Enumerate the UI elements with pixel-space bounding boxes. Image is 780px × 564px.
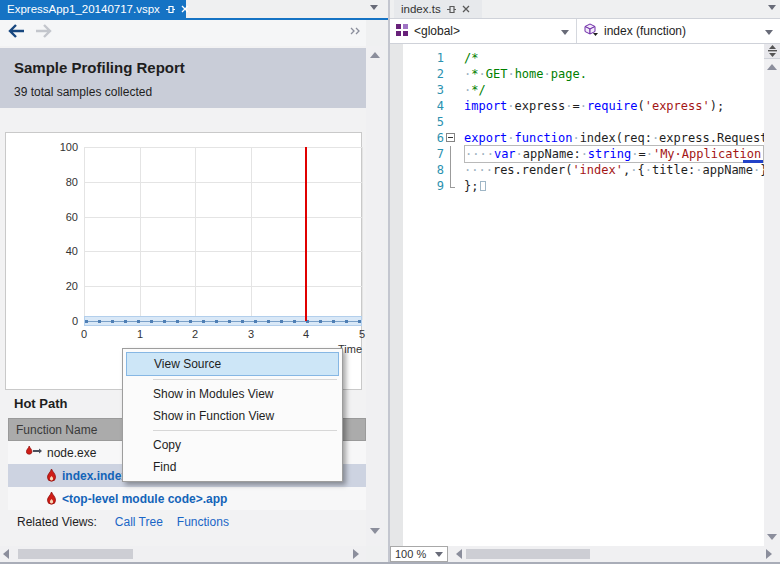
editor-vertical-scrollbar[interactable] xyxy=(764,44,780,546)
report-toolbar xyxy=(0,20,366,46)
menu-item-find[interactable]: Find xyxy=(126,456,339,478)
gridline xyxy=(84,251,362,252)
selected-series-band[interactable] xyxy=(84,316,362,326)
toolbar-overflow-icon[interactable] xyxy=(350,24,360,38)
code-token-ws: · xyxy=(507,67,514,81)
menu-item-copy[interactable]: Copy xyxy=(126,434,339,456)
code-line-7[interactable]: 7····var·appName:·string·=·'My·Applicati… xyxy=(390,146,764,162)
editor-horizontal-scrollbar[interactable] xyxy=(448,546,780,562)
scroll-right-icon[interactable] xyxy=(766,549,772,559)
code-editor[interactable]: 1/*2·*·GET·home·page.3·*/4import·express… xyxy=(390,44,764,546)
y-tick-label: 20 xyxy=(44,280,78,292)
code-line-1[interactable]: 1/* xyxy=(390,50,764,66)
code-line-8[interactable]: 8····res.render('index',·{·title:·appNam… xyxy=(390,162,764,178)
scroll-down-icon[interactable] xyxy=(370,528,380,534)
member-dropdown[interactable]: index (function) xyxy=(577,19,780,43)
code-token-id: index xyxy=(580,131,616,145)
flame-caller-icon xyxy=(26,446,42,459)
code-token-id: express.Request, xyxy=(659,131,764,145)
hscroll-thumb[interactable] xyxy=(466,549,590,559)
menu-item-show-in-function-view[interactable]: Show in Function View xyxy=(126,405,339,427)
tab-list-caret-icon[interactable] xyxy=(768,5,776,10)
left-tabstrip: ExpressApp1_20140717.vspx xyxy=(0,0,388,18)
back-icon[interactable] xyxy=(8,24,26,41)
gridline xyxy=(195,147,196,320)
code-token-ws: · xyxy=(581,147,588,161)
fold-box-icon[interactable] xyxy=(444,130,464,146)
code-token-id: res.render( xyxy=(493,163,572,177)
code-token-com: GET xyxy=(486,67,508,81)
code-token-id: express xyxy=(515,99,566,113)
code-token-com: page. xyxy=(551,67,587,81)
menu-separator xyxy=(153,379,337,380)
code-token-ws: ···· xyxy=(464,163,493,177)
splitter-grip-icon[interactable] xyxy=(764,44,780,59)
scroll-left-icon[interactable] xyxy=(456,549,462,559)
eof-marker xyxy=(480,181,486,191)
link-call-tree[interactable]: Call Tree xyxy=(115,515,163,529)
scope-dropdown[interactable]: <global> xyxy=(390,19,577,43)
dropdown-caret-icon xyxy=(765,30,773,35)
code-token-ws: · xyxy=(572,131,579,145)
code-token-ws: · xyxy=(507,99,514,113)
code-token-id: appName: xyxy=(523,147,581,161)
profiler-pane: ExpressApp1_20140717.vspx Sample Profili… xyxy=(0,0,388,562)
menu-item-show-in-modules-view[interactable]: Show in Modules View xyxy=(126,383,339,405)
menu-item-view-source[interactable]: View Source xyxy=(126,352,339,376)
gridline xyxy=(84,286,362,287)
pin-icon[interactable] xyxy=(447,5,456,14)
hscroll-thumb[interactable] xyxy=(18,549,133,559)
member-dropdown-value: index (function) xyxy=(604,24,686,38)
code-token-kw: var xyxy=(494,147,516,161)
code-token-ws: · xyxy=(580,99,587,113)
y-tick-label: 60 xyxy=(44,211,78,223)
link-functions[interactable]: Functions xyxy=(177,515,229,529)
code-line-4[interactable]: 4import·express·=·require('express'); xyxy=(390,98,764,114)
code-token-str: 'My·Application' xyxy=(653,147,764,161)
scroll-right-icon[interactable] xyxy=(353,549,359,559)
code-lines: 1/*2·*·GET·home·page.3·*/4import·express… xyxy=(390,50,764,194)
code-line-2[interactable]: 2·*·GET·home·page. xyxy=(390,66,764,82)
left-horizontal-scrollbar[interactable] xyxy=(0,546,366,562)
code-token-ws: · xyxy=(516,147,523,161)
code-line-3[interactable]: 3·*/ xyxy=(390,82,764,98)
left-vertical-scrollbar[interactable] xyxy=(366,46,384,546)
tab-expressapp-vspx[interactable]: ExpressApp1_20140717.vspx xyxy=(0,0,186,18)
code-token-op: { xyxy=(637,163,644,177)
close-icon[interactable] xyxy=(462,5,470,13)
dropdown-caret-icon xyxy=(435,552,443,557)
line-number: 2 xyxy=(390,66,444,82)
editor-bottom-bar: 100 % xyxy=(390,546,780,562)
scroll-down-icon[interactable] xyxy=(767,534,777,540)
scroll-up-icon[interactable] xyxy=(370,52,380,58)
function-name[interactable]: index.index xyxy=(62,469,128,483)
code-line-9[interactable]: 9}; xyxy=(390,178,764,194)
scroll-left-icon[interactable] xyxy=(3,549,9,559)
code-line-5[interactable]: 5 xyxy=(390,114,764,130)
gridline xyxy=(84,147,85,320)
scroll-up-icon[interactable] xyxy=(767,64,777,70)
x-tick-label: 0 xyxy=(74,328,94,340)
code-token-kw: import xyxy=(464,99,507,113)
pin-icon[interactable] xyxy=(166,5,175,14)
gridline xyxy=(251,147,252,320)
code-token-ws: · xyxy=(645,163,652,177)
tab-list-caret-icon[interactable] xyxy=(370,5,378,10)
code-line-6[interactable]: 6export·function·index(req:·express.Requ… xyxy=(390,130,764,146)
collapse-box-icon[interactable] xyxy=(446,133,455,142)
code-token-kw: require xyxy=(587,99,638,113)
tab-index-ts[interactable]: index.ts xyxy=(394,0,482,18)
column-header-label: Function Name xyxy=(16,423,97,437)
fold-bar-icon xyxy=(444,146,464,162)
function-name[interactable]: <top-level module code>.app xyxy=(62,492,227,506)
code-token-com: */ xyxy=(471,83,485,97)
scope-dropdown-value: <global> xyxy=(414,24,460,38)
dropdown-caret-icon xyxy=(561,30,569,35)
forward-icon[interactable] xyxy=(34,24,52,41)
close-icon[interactable] xyxy=(181,5,189,13)
editor-zoom-control[interactable]: 100 % xyxy=(390,546,448,562)
related-views: Related Views: Call TreeFunctions xyxy=(17,515,229,529)
code-token-com: /* xyxy=(464,51,478,65)
fold-guide-line xyxy=(450,146,451,162)
hot-path-row-top-level-module-code-app[interactable]: <top-level module code>.app xyxy=(8,487,366,510)
